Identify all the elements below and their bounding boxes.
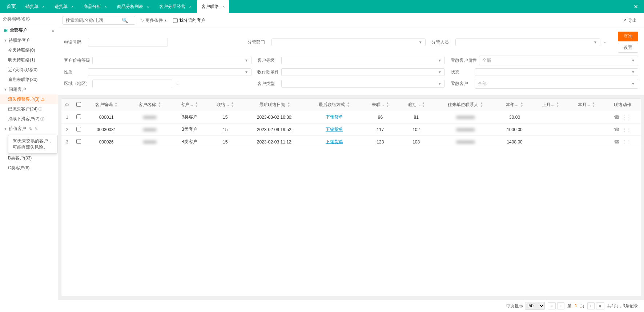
grid-icon: ⊞ bbox=[4, 28, 8, 33]
filter-dept-label: 分管部门 bbox=[247, 39, 269, 45]
tab-product-analysis[interactable]: 商品分析 × bbox=[79, 0, 111, 13]
th-this-month[interactable]: 本月... ▲▼ bbox=[568, 99, 604, 111]
sort-icon-method: ▲▼ bbox=[347, 102, 350, 108]
filter-region-input[interactable] bbox=[92, 80, 172, 88]
filter-dept-select[interactable]: ▼ bbox=[271, 39, 425, 46]
tab-purchase-order[interactable]: 进货单 × bbox=[50, 0, 78, 13]
sidebar-item-overdue-pending[interactable]: 逾期未联络(30) bbox=[0, 75, 58, 85]
filter-price-level-select[interactable]: ▼ bbox=[92, 57, 251, 64]
select-all-checkbox[interactable] bbox=[76, 102, 81, 107]
toolbar-search-input[interactable] bbox=[66, 18, 120, 23]
th-checkbox[interactable] bbox=[73, 99, 85, 111]
th-contact[interactable]: 联络... ▲▼ bbox=[207, 99, 243, 111]
tab-close-icon[interactable]: × bbox=[147, 4, 149, 9]
filter-customer-level-select[interactable]: ▼ bbox=[281, 57, 445, 64]
tab-close-icon[interactable]: × bbox=[42, 4, 44, 9]
action-contact-icon[interactable]: ☎ bbox=[614, 127, 620, 132]
filter-dots-1[interactable]: ··· bbox=[603, 40, 609, 45]
filter-customer-type-select[interactable]: ▼ bbox=[281, 80, 445, 88]
nav-home[interactable]: 首页 bbox=[3, 0, 20, 13]
tab-product-analysis-list[interactable]: 商品分析列表 × bbox=[113, 0, 153, 13]
sort-icon-this-month: ▲▼ bbox=[592, 102, 595, 108]
filter-dots-2[interactable]: ··· bbox=[174, 81, 181, 86]
th-overdue[interactable]: 逾期... ▲▼ bbox=[398, 99, 434, 111]
action-contact-icon[interactable]: ☎ bbox=[614, 114, 620, 120]
my-customers-check[interactable] bbox=[173, 18, 178, 23]
sidebar-group-pending[interactable]: ▼ 待联络客户 bbox=[0, 36, 58, 45]
sidebar-item-declining[interactable]: 持续下滑客户(2) ⓘ bbox=[0, 114, 58, 124]
toolbar-search-box[interactable]: 🔍 bbox=[63, 16, 135, 25]
per-page-select[interactable]: 50 100 200 bbox=[525, 302, 545, 310]
filter-customer-level: 客户等级 ▼ bbox=[257, 57, 445, 64]
edit-icon[interactable]: ✎ bbox=[35, 126, 38, 131]
th-no-contact[interactable]: 未联... ▲▼ bbox=[362, 99, 398, 111]
query-button[interactable]: 查询 bbox=[618, 32, 638, 41]
tab-close-active-icon[interactable]: × bbox=[222, 4, 225, 9]
action-more-icon[interactable]: ⋮⋮ bbox=[622, 114, 631, 120]
th-code[interactable]: 客户编码 ▲▼ bbox=[85, 99, 128, 111]
filter-status-select[interactable]: ▼ bbox=[475, 68, 638, 76]
filter-nature-select[interactable]: ▼ bbox=[88, 68, 251, 76]
filter-customer-level-label: 客户等级 bbox=[257, 57, 279, 64]
sidebar-item-class-b[interactable]: B类客户(33) bbox=[0, 153, 58, 163]
row-last-method[interactable]: 下销货单 bbox=[306, 123, 363, 136]
tab-close-icon[interactable]: × bbox=[189, 4, 191, 9]
sidebar-item-today-pending[interactable]: 今天待联络(0) bbox=[0, 45, 58, 55]
sidebar-item-churn-warning[interactable]: 流失预警客户(3) ⚠ bbox=[0, 94, 58, 104]
filter-icon: ▽ bbox=[141, 18, 144, 23]
filter-status: 状态 ▼ bbox=[451, 68, 638, 76]
th-last-contact-date[interactable]: 最后联络日期 ▲▼ bbox=[243, 99, 306, 111]
th-settings[interactable]: ⚙ bbox=[61, 99, 73, 111]
action-more-icon[interactable]: ⋮⋮ bbox=[622, 127, 631, 132]
row-no-contact: 123 bbox=[362, 136, 398, 148]
tab-customer-layered[interactable]: 客户分层经营 × bbox=[155, 0, 196, 13]
settings-button[interactable]: 设置 bbox=[618, 43, 638, 53]
refresh-icon[interactable]: ↻ bbox=[29, 126, 32, 131]
filter-manager-select[interactable]: ▼ bbox=[455, 39, 600, 46]
action-contact-icon[interactable]: ☎ bbox=[614, 139, 620, 145]
th-customer-type[interactable]: 客户... ▲▼ bbox=[172, 99, 208, 111]
sidebar-item-week-pending[interactable]: 近7天待联络(0) bbox=[0, 65, 58, 75]
th-last-contact-method[interactable]: 最后联络方式 ▲▼ bbox=[306, 99, 363, 111]
row-no-contact: 117 bbox=[362, 123, 398, 136]
th-contact-person[interactable]: 往来单位联系人 ▲▼ bbox=[434, 99, 497, 111]
first-page-button[interactable]: « bbox=[548, 302, 556, 309]
row-code: 000026 bbox=[85, 136, 128, 148]
my-customers-checkbox[interactable]: 我分管的客户 bbox=[173, 17, 205, 24]
filter-retail-attr-select[interactable]: 全部 ▼ bbox=[479, 56, 638, 65]
th-this-year[interactable]: 本年... ▲▼ bbox=[497, 99, 533, 111]
tab-customer-contact[interactable]: 客户联络 × bbox=[197, 0, 229, 13]
sidebar-item-class-c[interactable]: C类客户(6) bbox=[0, 163, 58, 173]
row-checkbox[interactable] bbox=[73, 136, 85, 148]
filter-phone-label: 电话号码 bbox=[64, 39, 86, 45]
filter-phone-input[interactable] bbox=[88, 38, 168, 46]
tab-close-icon[interactable]: × bbox=[71, 4, 73, 9]
row-last-method[interactable]: 下销货单 bbox=[306, 136, 363, 148]
filter-payment-select[interactable]: ▼ bbox=[281, 68, 445, 76]
sidebar-search-input[interactable] bbox=[3, 16, 57, 21]
export-button[interactable]: ↗ 导出 bbox=[620, 16, 640, 25]
filter-price-level: 客户价格等级 ▼ bbox=[64, 57, 251, 64]
row-checkbox[interactable] bbox=[73, 123, 85, 136]
action-more-icon[interactable]: ⋮⋮ bbox=[622, 139, 631, 145]
filter-actions: 查询 设置 bbox=[618, 32, 638, 53]
sidebar-group-problem[interactable]: ▼ 问题客户 bbox=[0, 85, 58, 94]
sidebar-group-value[interactable]: ▼ 价值客户 ↻ ✎ bbox=[0, 124, 58, 134]
sidebar-all-customers[interactable]: ⊞ 全部客户 « bbox=[0, 25, 58, 36]
next-page-button[interactable]: › bbox=[587, 302, 595, 309]
filter-retail-customer-select[interactable]: 全部 ▼ bbox=[475, 79, 638, 89]
prev-page-button[interactable]: ‹ bbox=[557, 302, 564, 309]
window-close-button[interactable]: ✕ bbox=[631, 3, 641, 10]
row-name: ■■■■■ bbox=[128, 111, 171, 123]
tab-close-icon[interactable]: × bbox=[105, 4, 107, 9]
more-conditions-btn[interactable]: ▽ 更多条件 ▲ bbox=[138, 16, 170, 25]
th-last-month[interactable]: 上月... ▲▼ bbox=[532, 99, 568, 111]
last-page-button[interactable]: » bbox=[596, 302, 604, 309]
table-row: 2 00030031 ■■■■■ B类客户 15 2023-02-09 19:5… bbox=[61, 123, 641, 136]
sidebar-item-tomorrow-pending[interactable]: 明天待联络(1) bbox=[0, 55, 58, 65]
sidebar-item-churned[interactable]: 已流失客户(24) ⓘ bbox=[0, 104, 58, 114]
row-checkbox[interactable] bbox=[73, 111, 85, 123]
th-name[interactable]: 客户名称 ▲▼ bbox=[128, 99, 171, 111]
row-last-method[interactable]: 下销货单 bbox=[306, 111, 363, 123]
tab-sales-order[interactable]: 销货单 × bbox=[21, 0, 49, 13]
